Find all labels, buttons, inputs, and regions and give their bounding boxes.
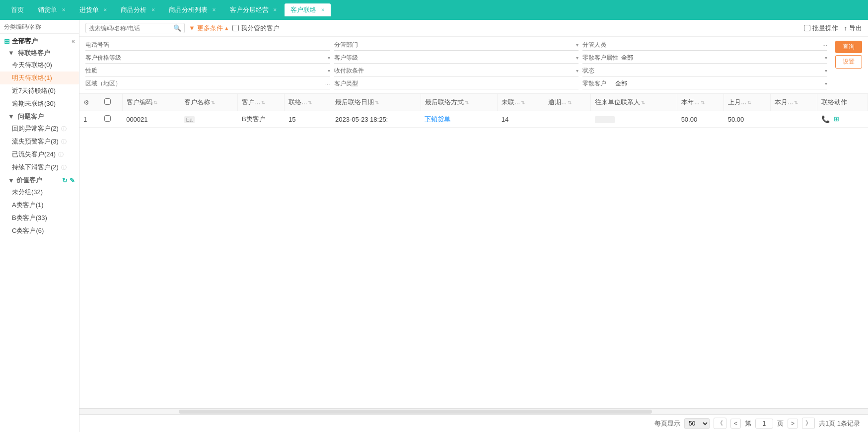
- nav-product-analysis[interactable]: 商品分析 ×: [115, 3, 161, 16]
- all-customers-section[interactable]: ⊞ 全部客户 «: [0, 34, 79, 47]
- col-not-contacted[interactable]: 未联... ⇅: [498, 94, 544, 111]
- col-unit-contact[interactable]: 往来单位联系人 ⇅: [591, 94, 677, 111]
- field-payment-terms[interactable]: 收付款条件 ▾: [334, 67, 579, 76]
- sidebar-item-churned[interactable]: 已流失客户(24) ⓘ: [0, 148, 79, 161]
- horizontal-scrollbar[interactable]: [179, 410, 652, 414]
- pending-contact-group[interactable]: ▼ 待联络客户: [0, 47, 79, 59]
- col-overdue[interactable]: 逾期... ⇅: [544, 94, 591, 111]
- first-page-btn[interactable]: 《: [714, 418, 726, 429]
- sidebar-item-declining[interactable]: 持续下滑客户(2) ⓘ: [0, 161, 79, 174]
- sidebar-item-repurchase-abnormal[interactable]: 回购异常客户(2) ⓘ: [0, 122, 79, 135]
- adv-filter-row-4: 区域（地区） ··· 客户类型 零散客户 全部 ▾: [85, 79, 827, 89]
- field-price-level[interactable]: 客户价格等级 ▾: [85, 54, 330, 64]
- nav-close-sales-order[interactable]: ×: [62, 6, 66, 13]
- last-page-btn[interactable]: 》: [802, 418, 815, 429]
- row-actions: 📞 ⊞: [817, 111, 868, 128]
- col-last-method[interactable]: 最后联络方式 ⇅: [421, 94, 498, 111]
- nav-close-customer-contact[interactable]: ×: [321, 6, 325, 13]
- chevron-up-icon: ▴: [225, 24, 228, 32]
- nav-sales-order[interactable]: 销货单 ×: [32, 3, 72, 16]
- col-checkbox[interactable]: [100, 94, 122, 111]
- refresh-icon[interactable]: ↻: [62, 177, 68, 184]
- field-person[interactable]: 分管人员 ···: [582, 41, 827, 51]
- region-dots-icon[interactable]: ···: [325, 80, 330, 87]
- code-sort-icon: ⇅: [153, 100, 157, 105]
- row-contact-count: 15: [285, 111, 331, 128]
- field-status[interactable]: 状态 ▾: [582, 67, 827, 76]
- row-select-checkbox[interactable]: [104, 115, 111, 122]
- last-method-link[interactable]: 下销货单: [425, 115, 450, 123]
- col-last-month[interactable]: 上月... ⇅: [724, 94, 771, 111]
- not-contacted-sort-icon: ⇅: [521, 100, 525, 105]
- col-contact[interactable]: 联络... ⇅: [285, 94, 331, 111]
- nav-customer-segment[interactable]: 客户分层经营 ×: [224, 3, 283, 16]
- action-icons-group: 📞 ⊞: [821, 115, 864, 123]
- query-button[interactable]: 查询: [835, 41, 862, 53]
- sidebar-item-overdue-contact[interactable]: 逾期未联络(30): [0, 97, 79, 110]
- field-dept[interactable]: 分管部门 ▾: [334, 41, 579, 51]
- row-checkbox[interactable]: [100, 111, 122, 128]
- nav-close-product-analysis[interactable]: ×: [151, 6, 155, 13]
- prev-page-btn[interactable]: <: [730, 419, 741, 429]
- field-nature[interactable]: 性质 ▾: [85, 67, 330, 76]
- row-last-method[interactable]: 下销货单: [421, 111, 498, 128]
- collapse-icon[interactable]: «: [72, 38, 75, 45]
- person-dots-icon[interactable]: ···: [822, 42, 827, 49]
- sidebar-item-ungrouped[interactable]: 未分组(32): [0, 186, 79, 199]
- sidebar-item-churn-warning[interactable]: 流失预警客户(3) ⓘ: [0, 135, 79, 148]
- sidebar-item-7days-contact[interactable]: 近7天待联络(0): [0, 84, 79, 97]
- col-last-date[interactable]: 最后联络日期 ⇅: [331, 94, 421, 111]
- nav-close-customer-segment[interactable]: ×: [273, 6, 277, 13]
- sidebar-item-tomorrow-contact[interactable]: 明天待联络(1): [0, 72, 79, 84]
- nav-home[interactable]: 首页: [5, 3, 30, 16]
- nav-purchase-order[interactable]: 进货单 ×: [73, 3, 113, 16]
- my-customers-checkbox[interactable]: 我分管的客户: [232, 24, 280, 33]
- col-this-year[interactable]: 本年... ⇅: [677, 94, 724, 111]
- retail-customer-chevron-down-icon: ▾: [825, 81, 827, 86]
- col-this-month[interactable]: 本月... ⇅: [771, 94, 817, 111]
- qr-action-icon[interactable]: ⊞: [834, 115, 839, 123]
- field-retail-customer[interactable]: 零散客户 全部 ▾: [582, 79, 827, 89]
- search-icon[interactable]: 🔍: [173, 24, 181, 32]
- sidebar-item-today-contact[interactable]: 今天待联络(0): [0, 59, 79, 72]
- nav-product-analysis-list[interactable]: 商品分析列表 ×: [163, 3, 222, 16]
- page-suffix-label: 页: [777, 419, 784, 428]
- row-last-month: 50.00: [724, 111, 771, 128]
- col-type[interactable]: 客户... ⇅: [238, 94, 285, 111]
- page-number-input[interactable]: [755, 419, 773, 429]
- nav-customer-contact[interactable]: 客户联络 ×: [285, 3, 331, 16]
- adv-filter-row-3: 性质 ▾ 收付款条件 ▾ 状态 ▾: [85, 67, 827, 76]
- main-layout: 🔍 ⊞ 全部客户 « ▼ 待联络客户 今天待联络(0) 明天待联络(1) 近7天…: [0, 20, 868, 432]
- nav-close-product-analysis-list[interactable]: ×: [213, 6, 216, 13]
- col-code[interactable]: 客户编码 ⇅: [122, 94, 180, 111]
- col-name[interactable]: 客户名称 ⇅: [180, 94, 238, 111]
- call-action-icon[interactable]: 📞: [821, 115, 830, 123]
- batch-operation-btn[interactable]: 批量操作: [804, 24, 838, 33]
- my-customers-check[interactable]: [232, 25, 239, 31]
- sidebar-item-class-c[interactable]: C类客户(6): [0, 224, 79, 237]
- search-input[interactable]: [89, 25, 173, 32]
- sidebar-search-input[interactable]: [4, 23, 78, 30]
- page-size-label: 每页显示: [654, 419, 680, 428]
- sidebar-item-class-b[interactable]: B类客户(33): [0, 212, 79, 224]
- export-btn[interactable]: ↑ 导出: [844, 24, 863, 33]
- sidebar: 🔍 ⊞ 全部客户 « ▼ 待联络客户 今天待联络(0) 明天待联络(1) 近7天…: [0, 20, 79, 432]
- sidebar-item-class-a[interactable]: A类客户(1): [0, 199, 79, 212]
- field-region[interactable]: 区域（地区） ···: [85, 79, 330, 89]
- select-all-checkbox[interactable]: [104, 98, 111, 105]
- value-customers-group[interactable]: ▼ 价值客户 ↻ ✎: [0, 174, 79, 186]
- field-retail-attr[interactable]: 零散客户属性 全部 ▾: [582, 54, 827, 64]
- problem-customers-group[interactable]: ▼ 问题客户: [0, 110, 79, 122]
- nav-close-purchase[interactable]: ×: [103, 6, 107, 13]
- edit-icon[interactable]: ✎: [70, 177, 75, 184]
- page-size-select[interactable]: 50 100 200: [684, 418, 710, 429]
- status-chevron-down-icon: ▾: [825, 68, 827, 73]
- settings-icon[interactable]: ⚙: [83, 99, 89, 106]
- more-conditions-btn[interactable]: ▼ 更多条件 ▴: [189, 24, 228, 33]
- set-button[interactable]: 设置: [835, 55, 862, 69]
- batch-checkbox[interactable]: [804, 25, 810, 31]
- next-page-btn[interactable]: >: [788, 419, 798, 429]
- field-customer-level[interactable]: 客户等级 ▾: [334, 54, 579, 64]
- col-settings[interactable]: ⚙: [79, 94, 100, 111]
- row-name[interactable]: Ea: [180, 111, 238, 128]
